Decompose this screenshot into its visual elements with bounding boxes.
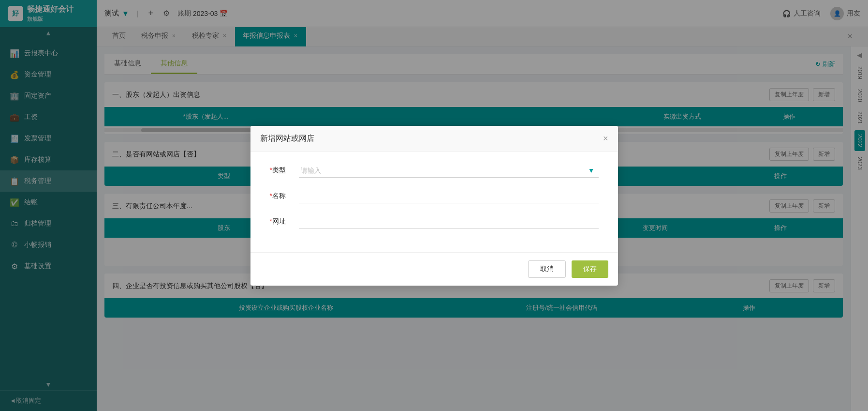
cancel-button[interactable]: 取消 xyxy=(528,260,566,278)
modal-close-button[interactable]: × xyxy=(603,134,608,144)
type-label: *类型 xyxy=(270,166,299,175)
name-input[interactable] xyxy=(299,189,599,203)
name-label: *名称 xyxy=(270,192,299,200)
modal-title: 新增网站或网店 xyxy=(260,134,314,144)
type-input[interactable] xyxy=(299,164,599,178)
save-button[interactable]: 保存 xyxy=(572,260,608,278)
modal-add-website: 新增网站或网店 × *类型 ▼ *名称 xyxy=(250,126,618,286)
name-input-wrap xyxy=(299,189,599,203)
form-field-type: *类型 ▼ xyxy=(270,164,599,178)
modal-overlay[interactable]: 新增网站或网店 × *类型 ▼ *名称 xyxy=(0,0,868,411)
form-field-name: *名称 xyxy=(270,189,599,203)
modal-body: *类型 ▼ *名称 *网址 xyxy=(250,152,618,252)
url-input[interactable] xyxy=(299,215,599,229)
url-input-wrap xyxy=(299,215,599,229)
type-input-wrap: ▼ xyxy=(299,164,599,178)
url-label: *网址 xyxy=(270,217,299,226)
form-field-url: *网址 xyxy=(270,215,599,229)
modal-footer: 取消 保存 xyxy=(250,252,618,286)
modal-header: 新增网站或网店 × xyxy=(250,126,618,152)
